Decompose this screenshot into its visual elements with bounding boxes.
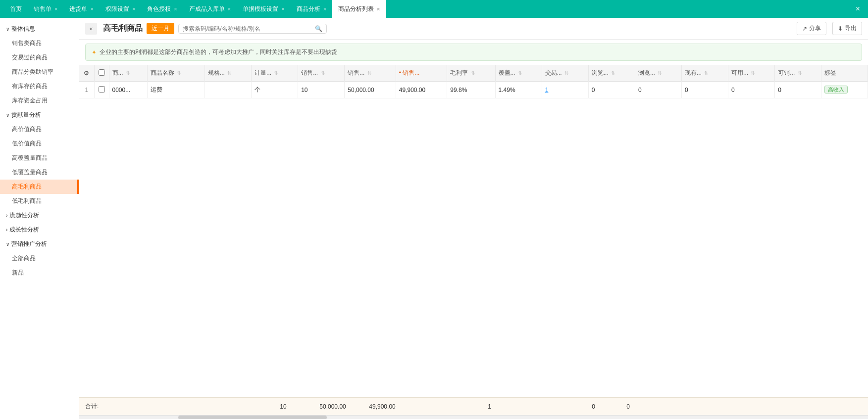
row-checkbox[interactable] [99, 86, 105, 93]
th-tag[interactable]: 标签 [821, 65, 868, 82]
footer-label: 合计: [85, 402, 99, 411]
nav-tab-permission-close[interactable]: × [132, 6, 135, 12]
nav-tab-analysis-close[interactable]: × [323, 6, 326, 12]
nav-tab-product-warehousing-close[interactable]: × [228, 6, 231, 12]
cell-checkbox[interactable] [94, 82, 109, 98]
sidebar-group-contribution-label: 贡献量分析 [11, 111, 41, 119]
tag-badge: 高收入 [824, 86, 848, 93]
sidebar-group-growth-label: 成长性分析 [9, 226, 39, 234]
sidebar-item-all-goods[interactable]: 全部商品 [0, 251, 79, 266]
sidebar-group-growth[interactable]: › 成长性分析 [0, 223, 79, 237]
sidebar-item-new-goods[interactable]: 新品 [0, 266, 79, 280]
sidebar-item-low-coverage[interactable]: 低覆盖量商品 [0, 165, 79, 180]
th-available-stock[interactable]: 可用... ⇅ [728, 65, 775, 82]
th-code[interactable]: 商... ⇅ [109, 65, 148, 82]
nav-tab-analysis[interactable]: 商品分析 × [291, 0, 332, 18]
cell-num: 1 [79, 82, 94, 98]
nav-tab-purchase[interactable]: 进货单 × [63, 0, 99, 18]
nav-tab-analysis-list[interactable]: 商品分析列表 × [332, 0, 386, 18]
share-icon: ↗ [802, 25, 807, 32]
th-browse2[interactable]: 浏览... ⇅ [635, 65, 681, 82]
sidebar: ∨ 整体信息 销售类商品 交易过的商品 商品分类助销率 有库存的商品 库存资金占… [0, 18, 79, 419]
nav-tab-role-label: 角色授权 [147, 5, 171, 13]
sidebar-group-contribution[interactable]: ∨ 贡献量分析 [0, 108, 79, 122]
th-saleable-stock[interactable]: 可销... ⇅ [775, 65, 821, 82]
th-transaction[interactable]: 交易... ⇅ [542, 65, 588, 82]
cell-browse1: 0 [588, 82, 635, 98]
th-settings[interactable]: ⚙ [79, 65, 94, 82]
tip-icon: ✦ [92, 49, 97, 56]
sidebar-item-traded-goods[interactable]: 交易过的商品 [0, 50, 79, 65]
sidebar-group-overall[interactable]: ∨ 整体信息 [0, 22, 79, 36]
footer-empty6 [519, 403, 554, 410]
cell-current-stock: 0 [682, 82, 728, 98]
sidebar-item-sales-goods[interactable]: 销售类商品 [0, 36, 79, 50]
nav-tab-home-label: 首页 [10, 5, 22, 13]
nav-tab-home[interactable]: 首页 [4, 0, 28, 18]
export-icon: ⬇ [838, 25, 843, 32]
cell-unit: 个 [252, 82, 298, 98]
th-gross-margin[interactable]: 毛利率 ⇅ [447, 65, 495, 82]
sidebar-item-in-stock-goods[interactable]: 有库存的商品 [0, 79, 79, 93]
export-button[interactable]: ⬇ 导出 [832, 22, 862, 35]
cell-sales-amount: 50,000.00 [345, 82, 396, 98]
search-input[interactable] [183, 25, 315, 32]
sidebar-group-growth-arrow: › [6, 227, 7, 233]
nav-close-all-button[interactable]: × [852, 4, 864, 13]
sidebar-group-trend-arrow: › [6, 213, 7, 218]
cell-coverage: 1.49% [495, 82, 542, 98]
sidebar-item-low-margin[interactable]: 低毛利商品 [0, 194, 79, 208]
th-sales-profit[interactable]: • 销售... [396, 65, 447, 82]
nav-tab-sales-close[interactable]: × [54, 6, 57, 12]
sidebar-item-high-value[interactable]: 高价值商品 [0, 122, 79, 137]
th-spec[interactable]: 规格... ⇅ [204, 65, 251, 82]
nav-tab-product-warehousing-label: 产成品入库单 [189, 5, 225, 13]
cell-spec [204, 82, 251, 98]
nav-tab-sales-label: 销售单 [34, 5, 51, 13]
th-checkbox[interactable] [94, 65, 109, 82]
sidebar-collapse-button[interactable]: « [85, 23, 97, 35]
nav-tab-analysis-list-close[interactable]: × [377, 6, 380, 12]
nav-tab-purchase-close[interactable]: × [90, 6, 93, 12]
nav-tab-template[interactable]: 单据模板设置 × [237, 0, 290, 18]
sidebar-group-overall-arrow: ∨ [6, 26, 9, 32]
sidebar-item-low-value[interactable]: 低价值商品 [0, 137, 79, 151]
nav-tab-sales[interactable]: 销售单 × [28, 0, 63, 18]
nav-tab-purchase-label: 进货单 [69, 5, 87, 13]
sidebar-group-trend[interactable]: › 流趋性分析 [0, 208, 79, 223]
table-row: 1 0000... 运费 个 10 50,000.00 49,900.00 99… [79, 82, 868, 98]
horizontal-scrollbar[interactable] [79, 415, 868, 419]
nav-tab-permission-label: 权限设置 [105, 5, 129, 13]
info-banner: ✦ 企业的主要的利润都是这部分商品创造的，可考虑加大推广，同时关注库存是不要出现… [85, 44, 862, 61]
sidebar-item-category-sales-rate[interactable]: 商品分类助销率 [0, 65, 79, 79]
nav-tab-template-close[interactable]: × [281, 6, 284, 12]
cell-sales-qty: 10 [298, 82, 345, 98]
sidebar-item-high-coverage[interactable]: 高覆盖量商品 [0, 151, 79, 165]
table-header-row: ⚙ 商... ⇅ 商品名称 ⇅ 规格... ⇅ 计量... ⇅ 销售... ⇅ … [79, 65, 868, 82]
nav-tab-role-close[interactable]: × [174, 6, 177, 12]
th-sales-amount[interactable]: 销售... ⇅ [345, 65, 396, 82]
th-browse1[interactable]: 浏览... ⇅ [588, 65, 635, 82]
th-name[interactable]: 商品名称 ⇅ [148, 65, 205, 82]
sidebar-group-marketing[interactable]: ∨ 营销推广分析 [0, 237, 79, 251]
th-current-stock[interactable]: 现有... ⇅ [682, 65, 728, 82]
sidebar-group-marketing-label: 营销推广分析 [11, 240, 47, 248]
footer-empty5 [450, 403, 485, 410]
share-button[interactable]: ↗ 分享 [797, 22, 826, 35]
footer-current-stock: 0 [589, 403, 623, 410]
search-icon[interactable]: 🔍 [315, 25, 322, 32]
nav-tab-analysis-label: 商品分析 [297, 5, 320, 13]
sidebar-item-high-margin[interactable]: 高毛利商品 [0, 180, 79, 194]
footer-sales-qty: 10 [277, 403, 316, 410]
scrollbar-thumb[interactable] [178, 416, 327, 419]
period-button[interactable]: 近一月 [147, 23, 174, 34]
sidebar-item-stock-capital[interactable]: 库存资金占用 [0, 93, 79, 108]
footer-empty7 [554, 403, 589, 410]
nav-tab-role[interactable]: 角色授权 × [141, 0, 183, 18]
th-unit[interactable]: 计量... ⇅ [252, 65, 298, 82]
th-sales-qty[interactable]: 销售... ⇅ [298, 65, 345, 82]
th-coverage[interactable]: 覆盖... ⇅ [495, 65, 542, 82]
select-all-checkbox[interactable] [99, 69, 105, 76]
nav-tab-product-warehousing[interactable]: 产成品入库单 × [183, 0, 237, 18]
nav-tab-permission[interactable]: 权限设置 × [100, 0, 141, 18]
